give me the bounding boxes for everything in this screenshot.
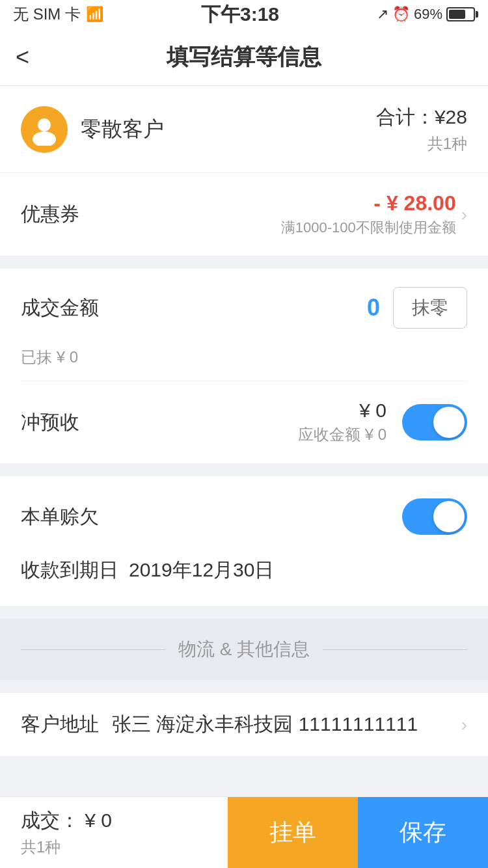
address-row[interactable]: 客户地址 张三 海淀永丰科技园 11111111111 › [0,693,488,756]
total-amount: 合计：¥28 [376,104,467,131]
prereceive-right: ¥ 0 应收金额 ¥ 0 [298,400,467,445]
customer-name: 零散客户 [81,115,164,144]
status-bar: 无 SIM 卡 📶 下午3:18 ↗ ⏰ 69% [0,0,488,29]
status-time: 下午3:18 [201,1,279,28]
debt-date-row: 收款到期日 2019年12月30日 [0,557,488,606]
address-chevron-icon: › [461,714,467,735]
prereceive-row: 冲预收 ¥ 0 应收金额 ¥ 0 [0,381,488,463]
debt-due-date-label: 收款到期日 [21,557,118,584]
address-label: 客户地址 [21,711,99,738]
logistics-header: 物流 & 其他信息 [0,619,488,680]
page-title: 填写结算等信息 [167,42,321,72]
customer-left: 零散客户 [21,106,164,153]
bottom-deal-label: 成交： [21,809,79,831]
deal-amount-label: 成交金额 [21,295,99,321]
coupon-chevron-icon: › [461,204,467,225]
svg-point-0 [38,118,51,131]
customer-avatar [21,106,68,153]
hold-button[interactable]: 挂单 [228,797,358,869]
deal-section: 成交金额 0 抹零 已抹 ¥ 0 冲预收 ¥ 0 应收金额 ¥ 0 [0,269,488,463]
save-button[interactable]: 保存 [358,797,488,869]
prereceive-toggle[interactable] [402,404,467,441]
battery-icon [446,7,475,21]
debt-toggle[interactable] [402,498,467,535]
prereceive-sub: 应收金额 ¥ 0 [298,424,386,445]
coupon-info: - ¥ 28.00 满1000-100不限制使用金额 [281,191,456,237]
prereceive-label: 冲预收 [21,409,79,436]
nav-bar: < 填写结算等信息 [0,29,488,86]
bottom-summary: 成交： ¥ 0 共1种 [0,807,228,858]
customer-right: 合计：¥28 共1种 [376,104,467,154]
prereceive-amount: ¥ 0 [298,400,386,422]
bottom-deal-amount: 成交： ¥ 0 [21,807,207,834]
coupon-right: - ¥ 28.00 满1000-100不限制使用金额 › [281,191,467,237]
coupon-row[interactable]: 优惠券 - ¥ 28.00 满1000-100不限制使用金额 › [0,172,488,256]
avatar-icon [28,113,61,146]
toggle-knob [433,407,465,438]
total-count: 共1种 [376,133,467,154]
debt-due-date-value[interactable]: 2019年12月30日 [129,557,274,584]
deal-amount-row: 成交金额 0 抹零 [0,269,488,347]
debt-toggle-knob [433,501,465,532]
deal-amount-value[interactable]: 0 [354,294,380,321]
bottom-bar: 成交： ¥ 0 共1种 挂单 保存 [0,796,488,868]
coupon-desc: 满1000-100不限制使用金额 [281,218,456,237]
alarm-icon: ⏰ [392,6,410,23]
battery-fill [449,10,465,19]
status-right: ↗ ⏰ 69% [377,6,475,23]
battery-percent: 69% [414,6,442,23]
location-icon: ↗ [377,6,388,23]
coupon-amount: - ¥ 28.00 [281,191,456,215]
round-zero-button[interactable]: 抹零 [393,287,467,329]
debt-row: 本单赊欠 [0,476,488,557]
customer-row: 零散客户 合计：¥28 共1种 [0,86,488,172]
svg-point-1 [33,131,56,146]
debt-label: 本单赊欠 [21,504,99,530]
content: 零散客户 合计：¥28 共1种 优惠券 - ¥ 28.00 满1000-100不… [0,86,488,847]
logistics-section: 物流 & 其他信息 [0,619,488,680]
address-section: 客户地址 张三 海淀永丰科技园 11111111111 › [0,693,488,756]
debt-section: 本单赊欠 收款到期日 2019年12月30日 [0,476,488,606]
logistics-label: 物流 & 其他信息 [178,637,310,662]
carrier-label: 无 SIM 卡 [13,4,81,25]
deal-sub-text: 已抹 ¥ 0 [0,347,488,381]
deal-right: 0 抹零 [354,287,467,329]
prereceive-info: ¥ 0 应收金额 ¥ 0 [298,400,386,445]
wifi-icon: 📶 [86,6,103,23]
address-value: 张三 海淀永丰科技园 11111111111 [112,711,461,738]
bottom-count: 共1种 [21,837,207,858]
coupon-label: 优惠券 [21,201,79,228]
customer-section: 零散客户 合计：¥28 共1种 优惠券 - ¥ 28.00 满1000-100不… [0,86,488,256]
bottom-deal-value: ¥ 0 [85,809,112,831]
status-left: 无 SIM 卡 📶 [13,4,103,25]
back-button[interactable]: < [16,44,29,71]
